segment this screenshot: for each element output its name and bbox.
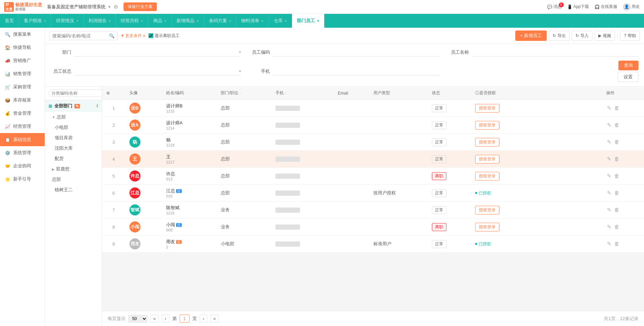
tab-operation-close[interactable]: ×: [76, 19, 78, 23]
dept-edit-icon[interactable]: ✎: [74, 104, 80, 108]
tab-employee-close[interactable]: ×: [317, 19, 319, 23]
tab-employee[interactable]: 部门员工 ×: [292, 14, 324, 28]
trial-button[interactable]: 体验行业方案: [124, 2, 157, 11]
sidebar-item-basic[interactable]: 📋 基础信息: [0, 133, 45, 146]
search-box[interactable]: 🔍: [49, 32, 118, 40]
auth-login-button[interactable]: 授权登录: [475, 121, 499, 130]
more-conditions-btn[interactable]: ▼ 更多条件 ∧: [120, 33, 146, 39]
sidebar-item-guide[interactable]: 🌟 新手引导: [0, 173, 45, 186]
sidebar-item-system[interactable]: ⚙️ 系统管理: [0, 146, 45, 159]
auth-login-button[interactable]: 授权登录: [475, 172, 499, 180]
tab-goods-close[interactable]: ×: [164, 19, 166, 23]
dept-item-shenyang[interactable]: 沈阳大库: [45, 143, 102, 153]
user-area[interactable]: 👤 用友: [623, 3, 640, 11]
tab-warehouse[interactable]: 仓库 ×: [269, 14, 292, 28]
sidebar-item-business[interactable]: 📈 经营管理: [0, 120, 45, 133]
auth-login-button[interactable]: 授权登录: [475, 223, 499, 231]
tab-add-goods-close[interactable]: ×: [197, 19, 199, 23]
tab-profit-close[interactable]: ×: [109, 19, 111, 23]
sidebar-item-inventory[interactable]: 📦 库存核算: [0, 94, 45, 107]
dept-select-wrap[interactable]: ▾: [74, 48, 241, 56]
help-button[interactable]: ? 帮助: [620, 31, 640, 41]
auth-login-button[interactable]: 授权登录: [475, 104, 499, 113]
tab-home[interactable]: 首页: [0, 14, 19, 28]
tab-bom[interactable]: 物料清单 ×: [236, 14, 269, 28]
sidebar-item-search[interactable]: 🔍 搜索菜单: [0, 28, 45, 41]
gear-icon[interactable]: ⚙: [114, 4, 118, 10]
dept-tree-all[interactable]: ⊞ 全部部门 ✎ 《: [45, 100, 102, 112]
per-page-select[interactable]: 50 100 200: [128, 315, 147, 323]
emp-status-select[interactable]: [74, 67, 239, 75]
emp-status-select-wrap[interactable]: ▾: [74, 67, 241, 76]
delete-icon[interactable]: 🗑: [614, 139, 619, 145]
tab-customer-close[interactable]: ×: [44, 19, 46, 23]
sidebar-item-purchase[interactable]: 🛒 采购管理: [0, 80, 45, 94]
tab-bom-close[interactable]: ×: [261, 19, 263, 23]
edit-icon[interactable]: ✎: [607, 105, 611, 111]
delete-icon[interactable]: 🗑: [614, 122, 619, 128]
dept-item-project[interactable]: 项目库房: [45, 133, 102, 143]
auth-login-button[interactable]: 授权登录: [475, 138, 499, 147]
set-button[interactable]: 设置: [618, 72, 638, 82]
delete-icon[interactable]: 🗑: [614, 207, 619, 213]
import-button[interactable]: ↻ 导入: [572, 31, 592, 41]
th-phone[interactable]: 手机: [271, 87, 334, 100]
tab-add-goods[interactable]: 新增商品 ×: [172, 14, 204, 28]
delete-icon[interactable]: 🗑: [614, 241, 619, 247]
dept-search-input[interactable]: [48, 89, 102, 97]
edit-icon[interactable]: ✎: [607, 173, 611, 179]
tab-warehouse-close[interactable]: ×: [285, 19, 287, 23]
app-download[interactable]: 📱 App下载: [567, 4, 589, 10]
sidebar-item-finance[interactable]: 💰 资金管理: [0, 107, 45, 120]
tab-barcode-close[interactable]: ×: [229, 19, 231, 23]
add-employee-button[interactable]: + 新增员工: [515, 30, 547, 41]
search-input[interactable]: [52, 33, 108, 38]
th-settings[interactable]: ⚙: [102, 87, 125, 100]
edit-icon[interactable]: ✎: [607, 122, 611, 128]
tab-history-close[interactable]: ×: [141, 19, 143, 23]
delete-icon[interactable]: 🗑: [614, 173, 619, 179]
export-button[interactable]: ↻ 导出: [549, 31, 570, 41]
dept-item-small-elec[interactable]: 小电部: [45, 122, 102, 133]
th-dept[interactable]: 部门/职位: [217, 87, 271, 100]
dept-item-distribution[interactable]: 配货: [45, 153, 102, 164]
sidebar-item-marketing[interactable]: 📣 营销推广: [0, 54, 45, 67]
sidebar-item-collab[interactable]: 🤝 企业协同: [0, 159, 45, 173]
phone-input[interactable]: [273, 67, 439, 76]
dept-item-zongbu[interactable]: 总部: [45, 174, 102, 185]
delete-icon[interactable]: 🗑: [614, 224, 619, 230]
dept-item-zhishu[interactable]: 植树王二: [45, 185, 102, 195]
prev-page-btn[interactable]: ‹: [162, 315, 169, 323]
message-area[interactable]: 💬 消息 6: [547, 4, 562, 10]
edit-icon[interactable]: ✎: [607, 207, 611, 213]
edit-icon[interactable]: ✎: [607, 156, 611, 162]
delete-icon[interactable]: 🗑: [614, 156, 619, 162]
next-page-btn[interactable]: ›: [200, 315, 207, 323]
tab-history[interactable]: 经营历程 ×: [116, 14, 148, 28]
th-name[interactable]: 姓名/编码: [162, 87, 217, 100]
query-button[interactable]: 查询: [618, 61, 638, 70]
dept-item-root[interactable]: ▼ 总部: [45, 112, 102, 122]
emp-code-input[interactable]: [273, 48, 439, 56]
tab-barcode[interactable]: 条码方案 ×: [204, 14, 236, 28]
sidebar-item-nav[interactable]: 🏠 快捷导航: [0, 41, 45, 54]
edit-icon[interactable]: ✎: [607, 241, 611, 247]
tab-profit[interactable]: 利润报告 ×: [84, 14, 116, 28]
dept-select[interactable]: [74, 48, 239, 56]
collapse-icon[interactable]: 《: [94, 103, 98, 109]
tab-goods[interactable]: 商品 ×: [148, 14, 172, 28]
tab-customer[interactable]: 客户联络 ×: [19, 14, 51, 28]
auth-login-button[interactable]: 授权登录: [475, 155, 499, 164]
emp-name-input[interactable]: [472, 48, 638, 56]
sidebar-item-sales[interactable]: 📊 销售管理: [0, 67, 45, 80]
show-resigned-toggle[interactable]: 显示离职员工: [148, 33, 180, 39]
edit-icon[interactable]: ✎: [607, 224, 611, 230]
edit-icon[interactable]: ✎: [607, 139, 611, 145]
auth-login-button[interactable]: 授权登录: [475, 206, 499, 214]
first-page-btn[interactable]: «: [150, 315, 159, 323]
show-resigned-checkbox[interactable]: [148, 33, 153, 38]
view-button[interactable]: ▶ 视频: [595, 31, 615, 41]
tab-operation[interactable]: 经营情况 ×: [51, 14, 83, 28]
edit-icon[interactable]: ✎: [607, 190, 611, 196]
dept-item-shuangluxiang[interactable]: ▶ 双鹿想: [45, 164, 102, 174]
